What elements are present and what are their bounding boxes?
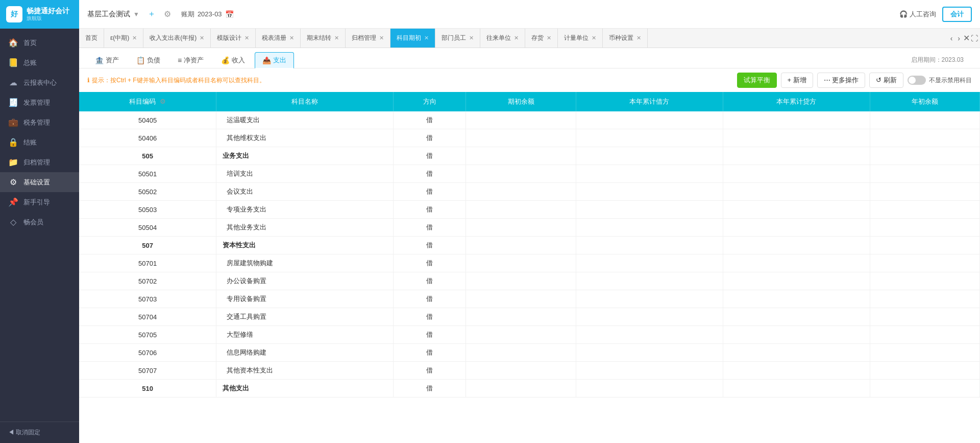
sidebar-item-tax[interactable]: 💼 税务管理 [0, 112, 79, 132]
sidebar-item-archive[interactable]: 📁 归档管理 [0, 152, 79, 172]
subtab-expense[interactable]: 📤 支出 [255, 52, 294, 68]
cell-direction: 借 [393, 219, 466, 237]
balance-button[interactable]: 试算平衡 [737, 73, 777, 88]
cell-ytd-debit [576, 290, 723, 308]
tab-label-subject-init: 科目期初 [397, 34, 421, 42]
sidebar-item-invoice[interactable]: 🧾 发票管理 [0, 92, 79, 112]
subtab-asset[interactable]: 🏦 资产 [87, 52, 127, 68]
refresh-button[interactable]: ↺ 刷新 [869, 73, 903, 88]
table-row[interactable]: 50501培训支出借 [79, 165, 980, 183]
table-row[interactable]: 50703专用设备购置借 [79, 290, 980, 308]
tab-close-currency[interactable]: ✕ [636, 35, 641, 41]
cell-opening-balance [466, 254, 576, 272]
tab-close-tax[interactable]: ✕ [289, 35, 294, 41]
add-company-button[interactable]: ＋ [145, 7, 158, 21]
cell-year-opening [870, 201, 979, 219]
sidebar-nav: 🏠 首页 📒 总账 ☁ 云报表中心 🧾 发票管理 💼 税务管理 🔒 结账 📁 归… [0, 29, 79, 422]
col-settings-icon[interactable]: ⚙ [160, 98, 166, 105]
table-row[interactable]: 50503专项业务支出借 [79, 201, 980, 219]
sidebar-item-basic-settings[interactable]: ⚙ 基础设置 [0, 172, 79, 192]
tab-units-measure[interactable]: 计量单位 ✕ [558, 29, 603, 48]
tab-close-period-end[interactable]: ✕ [334, 35, 339, 41]
tab-close-units-measure[interactable]: ✕ [592, 35, 596, 41]
cell-name: 信息网络购建 [216, 344, 394, 362]
table-row[interactable]: 50704交通工具购置借 [79, 308, 980, 326]
sidebar-item-home[interactable]: 🏠 首页 [0, 33, 79, 53]
tab-tax[interactable]: 税表清册 ✕ [256, 29, 301, 48]
subjects-table: 科目编码 ⚙ 科目名称 方向 期初余额 本年累计借方 本年累计贷方 年初余额 5… [79, 92, 980, 398]
subtab-label-net-asset: 净资产 [184, 56, 204, 65]
table-row[interactable]: 50702办公设备购置借 [79, 272, 980, 290]
subtab-income[interactable]: 💰 收入 [213, 52, 253, 68]
tab-close-income-report[interactable]: ✕ [200, 35, 204, 41]
tab-period-end[interactable]: 期末结转 ✕ [301, 29, 346, 48]
tab-close-cashbook[interactable]: ✕ [132, 35, 137, 41]
cell-code: 505 [79, 147, 216, 165]
table-row[interactable]: 50706信息网络购建借 [79, 344, 980, 362]
cell-code: 50703 [79, 290, 216, 308]
toolbar: ℹ 提示：按Ctrl + F键并输入科目编码或者科目名称可以查找科目。 试算平衡… [79, 68, 980, 92]
tab-close-archive[interactable]: ✕ [379, 35, 384, 41]
cell-code: 50501 [79, 165, 216, 183]
sidebar-item-ledger[interactable]: 📒 总账 [0, 53, 79, 73]
table-row[interactable]: 50406其他维权支出借 [79, 129, 980, 147]
tab-label-currency: 币种设置 [609, 34, 633, 42]
tab-close-all-button[interactable]: ✕ [963, 33, 970, 43]
table-row[interactable]: 50705大型修缮借 [79, 326, 980, 344]
table-row[interactable]: 50707其他资本性支出借 [79, 362, 980, 380]
tab-inventory[interactable]: 存货 ✕ [525, 29, 558, 48]
tab-dept[interactable]: 部门员工 ✕ [435, 29, 480, 48]
toggle-disabled-subjects[interactable]: 不显示禁用科目 [908, 76, 972, 85]
sidebar-item-close[interactable]: 🔒 结账 [0, 132, 79, 152]
tab-units[interactable]: 往来单位 ✕ [480, 29, 525, 48]
tab-close-template[interactable]: ✕ [244, 35, 249, 41]
subtab-net-asset[interactable]: ≡ 净资产 [170, 52, 211, 68]
tab-close-units[interactable]: ✕ [514, 35, 519, 41]
tab-close-dept[interactable]: ✕ [469, 35, 474, 41]
tab-home[interactable]: 首页 [79, 29, 104, 48]
calendar-icon[interactable]: 📅 [225, 10, 234, 18]
sidebar-item-member[interactable]: ◇ 畅会员 [0, 212, 79, 232]
tab-template[interactable]: 模版设计 ✕ [211, 29, 256, 48]
tab-subject-init[interactable]: 科目期初 ✕ [390, 29, 435, 48]
cell-code: 50702 [79, 272, 216, 290]
kuaiji-button[interactable]: 会计 [942, 7, 972, 22]
sidebar-item-newbie[interactable]: 📌 新手引导 [0, 192, 79, 212]
cell-opening-balance [466, 326, 576, 344]
tab-scroll-left-button[interactable]: ‹ [948, 33, 955, 43]
table-row[interactable]: 505业务支出借 [79, 147, 980, 165]
sidebar-label-archive: 归档管理 [23, 158, 50, 167]
cell-direction: 借 [393, 272, 466, 290]
tip-text: ℹ 提示：按Ctrl + F键并输入科目编码或者科目名称可以查找科目。 [87, 76, 733, 85]
cell-ytd-credit [723, 380, 870, 398]
sidebar-collapse-button[interactable]: ◀ 取消固定 [0, 422, 79, 443]
sidebar-item-cloud-report[interactable]: ☁ 云报表中心 [0, 73, 79, 92]
tab-income-report[interactable]: 收入支出表(年报) ✕ [143, 29, 211, 48]
tab-close-inventory[interactable]: ✕ [547, 35, 551, 41]
col-year-opening: 年初余额 [870, 92, 979, 111]
cell-code: 50406 [79, 129, 216, 147]
tab-close-subject-init[interactable]: ✕ [424, 35, 429, 41]
table-row[interactable]: 507资本性支出借 [79, 237, 980, 254]
company-selector[interactable]: 基层工会测试 ▼ [87, 10, 139, 19]
table-row[interactable]: 50405运温暖支出借 [79, 111, 980, 129]
toggle-switch[interactable] [908, 76, 926, 85]
settings-button[interactable]: ⚙ [164, 9, 171, 19]
table-row[interactable]: 50504其他业务支出借 [79, 219, 980, 237]
tab-currency[interactable]: 币种设置 ✕ [603, 29, 648, 48]
subtab-liability[interactable]: 📋 负债 [129, 52, 168, 68]
customer-service-button[interactable]: 🎧 人工咨询 [899, 10, 936, 19]
tab-expand-button[interactable]: ⛶ [971, 34, 978, 42]
table-row[interactable]: 510其他支出借 [79, 380, 980, 398]
sidebar-label-member: 畅会员 [23, 218, 43, 227]
more-actions-button[interactable]: ⋯ 更多操作 [817, 73, 866, 88]
cell-ytd-credit [723, 111, 870, 129]
table-row[interactable]: 50701房屋建筑物购建借 [79, 254, 980, 272]
tab-archive[interactable]: 归档管理 ✕ [346, 29, 390, 48]
tab-scroll-right-button[interactable]: › [955, 33, 962, 43]
expense-icon: 📤 [262, 56, 271, 64]
tab-cashbook[interactable]: ε(中期) ✕ [104, 29, 143, 48]
table-row[interactable]: 50502会议支出借 [79, 183, 980, 201]
add-button[interactable]: + 新增 [781, 73, 813, 88]
cell-code: 50701 [79, 254, 216, 272]
